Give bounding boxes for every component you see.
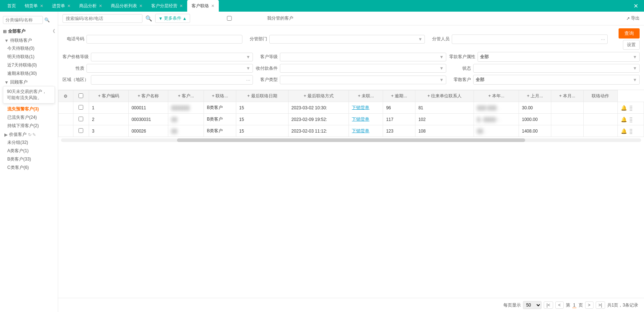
sidebar-tooltip: 90天未交易的客户，可能有流失风险。 — [3, 86, 55, 104]
tab-analysis-list[interactable]: 商品分析列表 ✕ — [106, 0, 147, 12]
prev-page-button[interactable]: < — [555, 301, 564, 309]
person-select[interactable]: ··· — [452, 35, 608, 44]
row-contact-count: 15 — [236, 102, 289, 114]
close-icon[interactable]: ✕ — [40, 4, 43, 8]
sidebar-section-value[interactable]: ▶ 价值客户 ↻ ✎ — [0, 130, 58, 138]
row-checkbox-cell[interactable] — [73, 114, 89, 125]
phone-input[interactable] — [86, 35, 242, 44]
filter-level: 客户等级 ▼ — [256, 53, 446, 61]
sidebar-search-input[interactable] — [3, 16, 43, 24]
close-icon[interactable]: ✕ — [180, 4, 183, 8]
row-this-month — [583, 125, 617, 137]
action-more-icon[interactable]: ⣿ — [629, 105, 633, 111]
setting-button[interactable]: 设置 — [623, 40, 640, 50]
row-checkbox[interactable] — [79, 117, 83, 121]
row-contacts: █y ████3... — [474, 114, 519, 125]
row-last-method[interactable]: 下销货单 — [349, 102, 383, 114]
arrow-down-icon: ▼ — [4, 38, 9, 43]
row-year-amount: 1408.00 — [519, 125, 551, 137]
level-select[interactable]: ▼ — [280, 53, 446, 61]
chevron-down-icon: ▼ — [633, 66, 637, 71]
sidebar-item-7days[interactable]: 近7天待联络(0) — [0, 61, 58, 69]
action-contact-icon[interactable]: 🔔 — [621, 117, 627, 122]
close-icon[interactable]: ✕ — [211, 4, 214, 8]
sidebar-item-today[interactable]: 今天待联络(0) — [0, 44, 58, 53]
row-this-month — [583, 102, 617, 114]
query-button[interactable]: 查询 — [619, 28, 640, 39]
sidebar-all-customers[interactable]: ⊞ 全部客户 《 — [0, 27, 58, 36]
tab-sales[interactable]: 销货单 ✕ — [20, 0, 48, 12]
payment-select[interactable]: ▼ — [280, 64, 446, 73]
sidebar-search-icon[interactable]: 🔍 — [44, 17, 50, 23]
retail-attr-select[interactable]: 全部 ▼ — [478, 52, 640, 62]
sidebar-item-declining[interactable]: 持续下滑客户(2) — [0, 122, 58, 130]
last-page-button[interactable]: >| — [596, 301, 605, 309]
horizontal-scrollbar[interactable] — [61, 138, 641, 142]
refresh-icon[interactable]: ↻ — [28, 132, 32, 137]
row-last-method[interactable]: 下销货单 — [349, 125, 383, 137]
sidebar-item-b-class[interactable]: B类客户(33) — [0, 155, 58, 163]
first-page-button[interactable]: |< — [544, 301, 553, 309]
row-checkbox-cell[interactable] — [73, 125, 89, 137]
dept-select[interactable]: ▼ — [269, 35, 425, 44]
per-page-label: 每页显示 — [503, 302, 521, 308]
sidebar-item-churn-warning[interactable]: 流失预警客户(3) — [0, 105, 58, 113]
sidebar-item-a-class[interactable]: A类客户(1) — [0, 147, 58, 155]
tab-purchase[interactable]: 进货单 ✕ — [48, 0, 75, 12]
close-icon[interactable]: ✕ — [67, 4, 71, 8]
th-checkbox[interactable] — [73, 90, 89, 102]
window-close-icon[interactable]: ✕ — [631, 3, 641, 9]
close-icon[interactable]: ✕ — [99, 4, 102, 8]
total-info: 共1页，3条记录 — [607, 302, 638, 308]
retail-select[interactable]: 全部 ▼ — [473, 75, 640, 85]
sidebar-item-overdue[interactable]: 逾期未联络(30) — [0, 69, 58, 78]
tab-home[interactable]: 首页 — [3, 0, 20, 12]
search-input[interactable] — [63, 14, 142, 23]
tab-analysis[interactable]: 商品分析 ✕ — [75, 0, 106, 12]
sidebar-item-c-class[interactable]: C类客户(6) — [0, 163, 58, 172]
row-num: 1 — [89, 102, 128, 114]
row-settings — [59, 125, 73, 137]
sidebar-item-tomorrow[interactable]: 明天待联络(1) — [0, 53, 58, 61]
table-row: 3 000026 ██ B类客户 15 2023-02-03 11:12: 下销… — [59, 125, 644, 137]
th-code: + 客户编码 — [89, 90, 128, 102]
more-filter-button[interactable]: ▼ 更多条件 ▲ — [155, 14, 190, 23]
search-bar: 🔍 ▼ 更多条件 ▲ 我分管的客户 ↗ 导出 — [58, 12, 644, 25]
more-icon[interactable]: ··· — [601, 36, 605, 42]
nature-select[interactable]: ▼ — [86, 64, 253, 73]
action-more-icon[interactable]: ⣿ — [629, 128, 633, 134]
action-more-icon[interactable]: ⣿ — [629, 117, 633, 122]
type-select[interactable]: ▼ — [280, 76, 446, 84]
sidebar-section-pending[interactable]: ▼ 待联络客户 — [0, 36, 58, 44]
row-last-method[interactable]: 下销货单 — [349, 114, 383, 125]
retail-label: 零散客户 — [449, 77, 471, 83]
row-checkbox[interactable] — [79, 105, 83, 110]
tab-customer-contact[interactable]: 客户联络 ✕ — [187, 0, 219, 12]
edit-icon[interactable]: ✎ — [32, 132, 36, 137]
region-select[interactable]: ··· — [91, 75, 253, 85]
sidebar-search: 🔍 — [0, 15, 58, 25]
my-customer-checkbox-label[interactable]: 我分管的客户 — [193, 15, 293, 21]
action-contact-icon[interactable]: 🔔 — [621, 105, 627, 111]
row-checkbox-cell[interactable] — [73, 102, 89, 114]
price-select[interactable]: ▼ — [91, 53, 253, 61]
close-icon[interactable]: ✕ — [139, 4, 142, 8]
pagination: 每页显示 50 100 |< < 第 1 页 > >| 共1页，3条记录 — [58, 298, 644, 312]
sidebar-section-review[interactable]: ▼ 回顾客户 — [0, 78, 58, 86]
export-button[interactable]: ↗ 导出 — [626, 15, 640, 21]
th-settings[interactable]: ⚙ — [59, 90, 73, 102]
more-icon[interactable]: ··· — [246, 77, 250, 83]
my-customer-checkbox[interactable] — [193, 16, 266, 21]
status-select[interactable]: ▼ — [473, 64, 640, 73]
action-contact-icon[interactable]: 🔔 — [621, 128, 627, 134]
sidebar-item-churned[interactable]: 已流失客户(24) — [0, 113, 58, 122]
row-checkbox[interactable] — [79, 128, 83, 133]
select-all-checkbox[interactable] — [79, 93, 83, 98]
next-page-button[interactable]: > — [585, 301, 593, 309]
filter-region: 区域（地区） ··· — [63, 75, 253, 85]
tab-bar: 首页 销货单 ✕ 进货单 ✕ 商品分析 ✕ 商品分析列表 ✕ 客户分层经营 ✕ … — [0, 0, 644, 12]
search-button[interactable]: 🔍 — [145, 15, 152, 22]
per-page-select[interactable]: 50 100 — [523, 301, 542, 309]
tab-customer-tier[interactable]: 客户分层经营 ✕ — [147, 0, 187, 12]
sidebar-item-ungroup[interactable]: 未分组(32) — [0, 138, 58, 147]
